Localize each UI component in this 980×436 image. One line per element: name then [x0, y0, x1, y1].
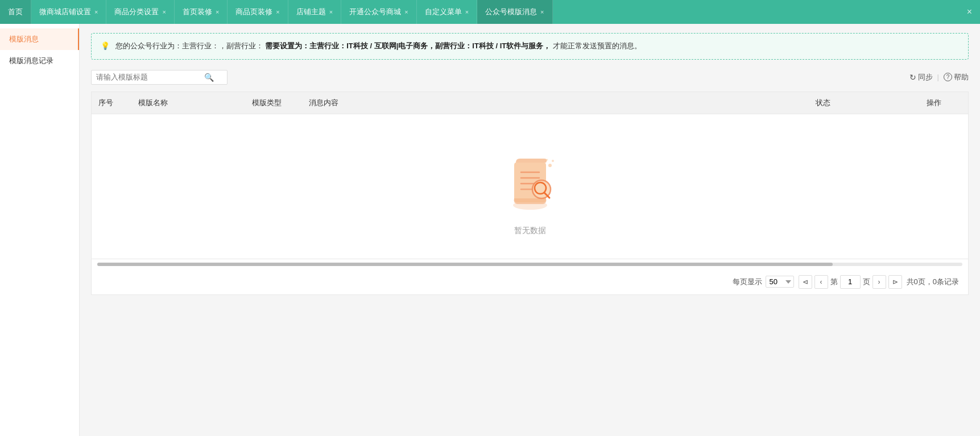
sync-button[interactable]: ↻ 同步: [909, 72, 933, 82]
per-page-label: 每页显示: [733, 277, 762, 287]
sidebar-item-template-msg[interactable]: 模版消息: [0, 28, 79, 50]
nav-tab-wsc-settings[interactable]: 微商城店铺设置 ×: [31, 0, 106, 24]
last-page-button[interactable]: ⊳: [888, 275, 902, 289]
svg-point-8: [548, 164, 552, 167]
page-size-wrap: 每页显示 50 20 100: [733, 276, 794, 288]
nav-tab-open-mall[interactable]: 开通公众号商城 ×: [341, 0, 416, 24]
empty-illustration: [496, 148, 564, 217]
nav-tab-product-decor[interactable]: 商品页装修 ×: [228, 0, 288, 24]
search-input-wrap: 🔍: [91, 70, 228, 85]
nav-tab-category[interactable]: 商品分类设置 ×: [106, 0, 174, 24]
divider: |: [937, 73, 939, 81]
close-icon[interactable]: ×: [276, 9, 279, 15]
help-button[interactable]: ? 帮助: [944, 72, 969, 82]
close-icon[interactable]: ×: [94, 9, 98, 15]
empty-state: 暂无数据: [92, 114, 968, 259]
close-icon[interactable]: ×: [404, 9, 408, 15]
nav-tab-custom-menu[interactable]: 自定义菜单 ×: [417, 0, 477, 24]
page-total: 共0页，0条记录: [907, 277, 959, 287]
sidebar: 模版消息 模版消息记录: [0, 24, 80, 436]
nav-tab-home-decor[interactable]: 首页装修 ×: [175, 0, 228, 24]
th-action: 操作: [900, 92, 968, 114]
help-icon: ?: [944, 73, 952, 81]
scrollbar-thumb[interactable]: [97, 263, 833, 266]
th-content: 消息内容: [302, 92, 809, 114]
close-icon[interactable]: ×: [216, 9, 219, 15]
sync-icon: ↻: [909, 73, 916, 82]
main-layout: 模版消息 模版消息记录 💡 您的公众号行业为：主营行业：，副营行业： 需要设置为…: [0, 24, 980, 436]
svg-point-9: [552, 160, 554, 162]
search-input[interactable]: [96, 73, 204, 81]
data-table: 序号 模版名称 模版类型 消息内容 状态 操作: [91, 92, 969, 295]
sidebar-item-template-msg-record[interactable]: 模版消息记录: [0, 50, 79, 72]
nav-tab-template-msg[interactable]: 公众号模版消息 ×: [477, 0, 552, 24]
page-unit: 页: [863, 277, 870, 287]
scrollbar-track: [97, 263, 962, 266]
search-bar: 🔍 ↻ 同步 | ? 帮助: [91, 70, 969, 85]
page-label: 第: [830, 277, 838, 287]
close-icon[interactable]: ×: [162, 9, 166, 15]
close-icon[interactable]: ×: [465, 9, 469, 15]
table-header: 序号 模版名称 模版类型 消息内容 状态 操作: [92, 92, 968, 114]
horizontal-scrollbar[interactable]: [92, 259, 968, 269]
th-type: 模版类型: [245, 92, 302, 114]
prev-page-button[interactable]: ‹: [814, 275, 828, 289]
search-icon[interactable]: 🔍: [204, 73, 214, 82]
first-page-button[interactable]: ⊲: [799, 275, 812, 289]
th-name: 模版名称: [131, 92, 245, 114]
nav-tab-home[interactable]: 首页: [0, 0, 31, 24]
search-actions: ↻ 同步 | ? 帮助: [909, 72, 969, 82]
close-all-button[interactable]: ×: [959, 7, 980, 17]
notice-box: 💡 您的公众号行业为：主营行业：，副营行业： 需要设置为：主营行业：IT科技 /…: [91, 33, 969, 60]
page-number-input[interactable]: [840, 275, 861, 289]
lightbulb-icon: 💡: [101, 41, 110, 50]
next-page-button[interactable]: ›: [873, 275, 886, 289]
svg-point-10: [546, 159, 548, 160]
nav-tab-theme[interactable]: 店铺主题 ×: [288, 0, 341, 24]
per-page-select[interactable]: 50 20 100: [766, 276, 794, 288]
page-nav: ⊲ ‹ 第 页 › ⊳: [799, 275, 902, 289]
main-content: 💡 您的公众号行业为：主营行业：，副营行业： 需要设置为：主营行业：IT科技 /…: [80, 24, 980, 436]
th-status: 状态: [809, 92, 900, 114]
close-icon[interactable]: ×: [329, 9, 333, 15]
pagination: 每页显示 50 20 100 ⊲ ‹ 第 页 › ⊳ 共0页，0条记录: [92, 269, 968, 294]
notice-suffix: 才能正常发送预置的消息。: [553, 41, 642, 50]
top-nav: 首页 微商城店铺设置 × 商品分类设置 × 首页装修 × 商品页装修 × 店铺主…: [0, 0, 980, 24]
th-seq: 序号: [92, 92, 131, 114]
empty-text: 暂无数据: [514, 226, 546, 236]
notice-prefix: 您的公众号行业为：主营行业：，副营行业：: [115, 41, 263, 50]
notice-highlight: 需要设置为：主营行业：IT科技 / 互联网|电子商务，副营行业：IT科技 / I…: [265, 41, 551, 50]
close-icon[interactable]: ×: [540, 9, 544, 15]
